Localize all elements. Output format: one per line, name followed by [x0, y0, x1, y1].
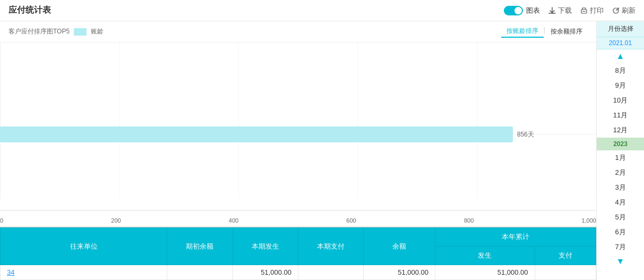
toggle-label: 图表	[526, 6, 540, 15]
content-area: 客户应付排序图TOP5 账龄 按账龄排序 | 按余额排序	[0, 21, 644, 280]
month-5[interactable]: 5月	[597, 210, 644, 225]
chart-body: 34 856天 0 200 400 600 800 1,000	[0, 43, 596, 226]
month-10[interactable]: 10月	[597, 93, 644, 108]
sidebar-header: 月份选择	[597, 21, 644, 37]
chart-title: 客户应付排序图TOP5	[8, 27, 70, 36]
page-title: 应付统计表	[8, 5, 51, 16]
col-ytd-occurrence: 发生	[435, 247, 535, 265]
refresh-button[interactable]: 刷新	[612, 6, 636, 15]
refresh-icon	[612, 7, 620, 14]
month-2[interactable]: 2月	[597, 165, 644, 180]
sort-by-balance-button[interactable]: 按账龄排序	[501, 26, 544, 38]
toggle-track[interactable]	[504, 6, 523, 15]
year-2023-marker: 2023	[597, 138, 644, 150]
cell-ytd-occurrence: 51,000.00	[435, 265, 535, 280]
cell-payment	[298, 265, 363, 280]
sidebar-month-list: ▲ 8月 9月 10月 11月 12月 2023 1月 2月 3月 4月 5月 …	[597, 49, 644, 280]
cell-ytd-payment	[535, 265, 596, 280]
month-9[interactable]: 9月	[597, 78, 644, 93]
col-opening: 期初余额	[167, 228, 233, 265]
bar-end-label: 856天	[517, 130, 534, 139]
col-unit: 往来单位	[1, 228, 167, 265]
download-button[interactable]: 下载	[548, 6, 572, 15]
month-3[interactable]: 3月	[597, 180, 644, 195]
chart-toggle[interactable]: 图表	[504, 6, 540, 15]
sort-by-amount-button[interactable]: 按余额排序	[545, 26, 588, 38]
chart-section: 客户应付排序图TOP5 账龄 按账龄排序 | 按余额排序	[0, 21, 596, 280]
month-1[interactable]: 1月	[597, 150, 644, 165]
main-container: 应付统计表 图表 下载 打印 刷新	[0, 0, 644, 280]
x-label-600: 600	[346, 217, 356, 224]
print-button[interactable]: 打印	[580, 6, 604, 15]
col-occurrence: 本期发生	[233, 228, 298, 265]
x-label-800: 800	[464, 217, 474, 224]
month-11[interactable]: 11月	[597, 108, 644, 123]
cell-balance: 51,000.00	[364, 265, 435, 280]
x-label-400: 400	[229, 217, 238, 224]
cell-occurrence: 51,000.00	[233, 265, 298, 280]
download-icon	[548, 7, 556, 14]
x-axis: 0 200 400 600 800 1,000	[0, 217, 596, 224]
right-sidebar: 月份选择 2021.01 ▲ 8月 9月 10月 11月 12月 2023 1月…	[596, 21, 644, 280]
chart-header: 客户应付排序图TOP5 账龄 按账龄排序 | 按余额排序	[0, 21, 596, 43]
unit-link[interactable]: 34	[7, 268, 14, 276]
table-row: 34 51,000.00 51,000.00 51,000.00	[1, 265, 596, 280]
col-balance: 余额	[364, 228, 435, 265]
scroll-down-button[interactable]: ▼	[597, 254, 644, 268]
chart-bar	[0, 126, 513, 142]
legend-color-box	[74, 28, 87, 36]
header: 应付统计表 图表 下载 打印 刷新	[0, 0, 644, 21]
month-4[interactable]: 4月	[597, 195, 644, 210]
bar-row: 34 856天	[0, 126, 596, 142]
svg-rect-1	[582, 11, 586, 12]
x-label-0: 0	[0, 217, 3, 224]
print-icon	[580, 7, 588, 14]
table-section: 往来单位 期初余额 本期发生 本期支付 余额 本年累计 发生 支付	[0, 226, 596, 280]
sort-buttons: 按账龄排序 | 按余额排序	[501, 26, 588, 38]
month-7[interactable]: 7月	[597, 240, 644, 254]
sidebar-year[interactable]: 2021.01	[597, 37, 644, 49]
chart-legend: 客户应付排序图TOP5 账龄	[8, 27, 104, 36]
toggle-thumb	[514, 7, 522, 14]
x-label-1000: 1,000	[581, 217, 596, 224]
month-8[interactable]: 8月	[597, 63, 644, 78]
data-table: 往来单位 期初余额 本期发生 本期支付 余额 本年累计 发生 支付	[0, 227, 596, 280]
cell-opening	[167, 265, 233, 280]
header-actions: 图表 下载 打印 刷新	[504, 6, 636, 15]
col-ytd: 本年累计	[435, 228, 596, 247]
month-6[interactable]: 6月	[597, 225, 644, 240]
x-label-200: 200	[111, 217, 121, 224]
scroll-up-button[interactable]: ▲	[597, 49, 644, 63]
month-12[interactable]: 12月	[597, 123, 644, 138]
cell-unit: 34	[1, 265, 167, 280]
legend-text: 账龄	[91, 27, 104, 36]
col-payment: 本期支付	[298, 228, 363, 265]
col-ytd-payment: 支付	[535, 247, 596, 265]
